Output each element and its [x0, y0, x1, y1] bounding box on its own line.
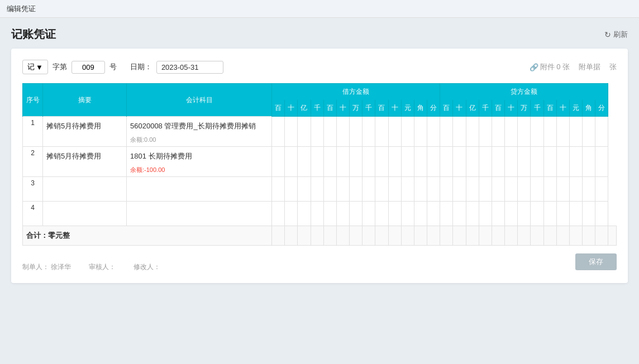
th-c5: 十: [505, 100, 518, 117]
row-summary-2[interactable]: 摊销5月待摊费用: [43, 147, 127, 177]
th-c3: 千: [479, 100, 492, 117]
row-d2-0[interactable]: [272, 147, 285, 177]
fuzhu-label: 附单据: [579, 62, 600, 72]
table-row[interactable]: 2 摊销5月待摊费用 1801 长期待摊费用 余额:-100.00: [23, 147, 617, 177]
row-c1-6[interactable]: [518, 117, 531, 147]
row-c1-2[interactable]: [466, 117, 479, 147]
ji-dropdown-icon: ▼: [36, 63, 43, 71]
row-account-1[interactable]: 56020008 管理费用_长期待摊费用摊销 余额:0.00: [127, 117, 272, 147]
row-c2-9[interactable]: [556, 147, 569, 177]
row-c1-11[interactable]: [583, 117, 595, 147]
th-credit-group: 贷方金额: [440, 84, 608, 100]
row-d1-0[interactable]: [272, 117, 285, 147]
row-c1-1[interactable]: [453, 117, 466, 147]
row-d1-7[interactable]: [363, 117, 375, 147]
table-row[interactable]: 1 摊销5月待摊费用 56020008 管理费用_长期待摊费用摊销 余额:0.0…: [23, 117, 617, 147]
attachment-area[interactable]: 🔗 附件 0 张: [530, 62, 570, 72]
date-label: 日期：: [130, 62, 152, 72]
zhang-label: 张: [609, 62, 617, 72]
th-c9: 十: [556, 100, 569, 117]
row-c2-11[interactable]: [583, 147, 595, 177]
row-d2-8[interactable]: [375, 147, 388, 177]
th-d1: 十: [285, 100, 298, 117]
row-c1-9[interactable]: [556, 117, 569, 147]
date-input[interactable]: [156, 61, 223, 74]
row-d2-1[interactable]: [285, 147, 298, 177]
row-d1-10[interactable]: [401, 117, 414, 147]
row-c1-8[interactable]: [543, 117, 556, 147]
row-account-2[interactable]: 1801 长期待摊费用 余额:-100.00: [127, 147, 272, 177]
row-c1-4[interactable]: [492, 117, 504, 147]
row-c2-10[interactable]: [569, 147, 582, 177]
save-button[interactable]: 保存: [575, 253, 617, 270]
row-c2-1[interactable]: [453, 147, 466, 177]
row-summary-1[interactable]: 摊销5月待摊费用: [43, 117, 127, 147]
th-c10: 元: [569, 100, 582, 117]
window-title-bar: 编辑凭证: [0, 0, 639, 18]
row-d1-2[interactable]: [298, 117, 311, 147]
row-d1-11[interactable]: [414, 117, 427, 147]
row-d1-5[interactable]: [336, 117, 349, 147]
row-d1-1[interactable]: [285, 117, 298, 147]
row-c1-7[interactable]: [531, 117, 543, 147]
row-summary-4[interactable]: [43, 202, 127, 226]
row-c1-3[interactable]: [479, 117, 492, 147]
row-c1-5[interactable]: [505, 117, 518, 147]
row-d1-8[interactable]: [375, 117, 388, 147]
row-index-2: 2: [23, 147, 43, 177]
row-d2-10[interactable]: [401, 147, 414, 177]
row-d1-3[interactable]: [311, 117, 323, 147]
row-d2-11[interactable]: [414, 147, 427, 177]
table-row[interactable]: 3: [23, 177, 617, 202]
row-c2-5[interactable]: [505, 147, 518, 177]
row-d1-4[interactable]: [323, 117, 336, 147]
zi-number-input[interactable]: [71, 61, 105, 74]
row-d2-2[interactable]: [298, 147, 311, 177]
th-c12: 分: [595, 100, 608, 117]
footer-area: 制单人： 徐泽华 审核人： 修改人： 保存: [22, 251, 617, 272]
row-d2-9[interactable]: [388, 147, 401, 177]
refresh-label: 刷新: [613, 30, 628, 40]
page-title: 记账凭证: [11, 27, 56, 42]
row-c2-4[interactable]: [492, 147, 504, 177]
row-d1-9[interactable]: [388, 117, 401, 147]
row-d2-12[interactable]: [427, 147, 440, 177]
attachment-label: 附件: [540, 62, 555, 72]
th-d9: 十: [388, 100, 401, 117]
row-d1-6[interactable]: [350, 117, 363, 147]
th-c7: 千: [531, 100, 543, 117]
total-label: 合计：零元整: [23, 226, 272, 246]
row-d2-7[interactable]: [363, 147, 375, 177]
th-d3: 千: [311, 100, 323, 117]
row-c1-10[interactable]: [569, 117, 582, 147]
row-summary-3[interactable]: [43, 177, 127, 202]
attachment-icon: 🔗: [530, 63, 538, 71]
row-d2-4[interactable]: [323, 147, 336, 177]
row-c2-3[interactable]: [479, 147, 492, 177]
row-c2-2[interactable]: [466, 147, 479, 177]
row-d1-12[interactable]: [427, 117, 440, 147]
th-d10: 元: [401, 100, 414, 117]
th-c2: 亿: [466, 100, 479, 117]
row-c2-6[interactable]: [518, 147, 531, 177]
th-c4: 百: [492, 100, 504, 117]
row-d2-5[interactable]: [336, 147, 349, 177]
row-c1-12[interactable]: [595, 117, 608, 147]
row-c1-0[interactable]: [440, 117, 453, 147]
row-account-4[interactable]: [127, 202, 272, 226]
table-row[interactable]: 4: [23, 202, 617, 226]
row-d2-3[interactable]: [311, 147, 323, 177]
reviewer-area: 审核人：: [89, 262, 116, 272]
table-header-row1: 序号 摘要 会计科目 借方金额 贷方金额: [23, 84, 617, 100]
ji-button[interactable]: 记 ▼: [22, 60, 48, 74]
th-d6: 万: [350, 100, 363, 117]
row-c2-12[interactable]: [595, 147, 608, 177]
creator-label: 制单人：: [22, 263, 49, 271]
row-d2-6[interactable]: [350, 147, 363, 177]
row-account-3[interactable]: [127, 177, 272, 202]
row-c2-7[interactable]: [531, 147, 543, 177]
row-c2-8[interactable]: [543, 147, 556, 177]
th-account: 会计科目: [127, 84, 272, 117]
row-c2-0[interactable]: [440, 147, 453, 177]
refresh-button[interactable]: ↻ 刷新: [604, 30, 628, 40]
